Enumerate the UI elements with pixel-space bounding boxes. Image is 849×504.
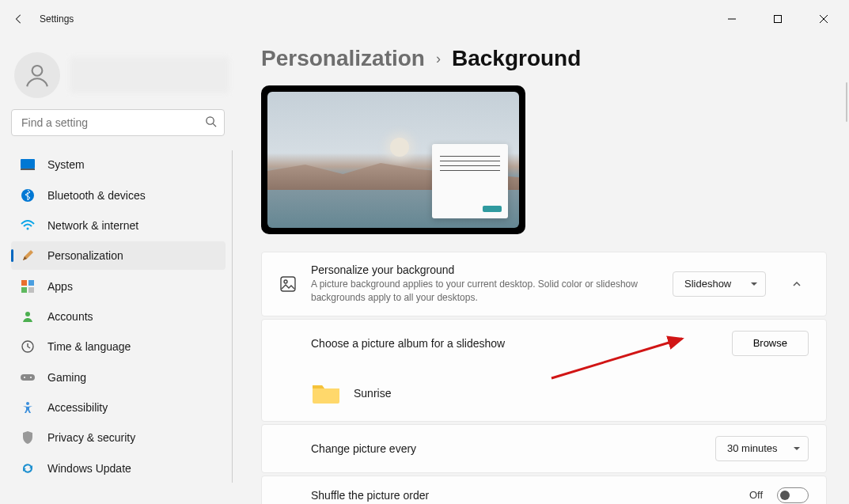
setting-change-interval: Change picture every 30 minutes	[261, 424, 827, 473]
page-title: Background	[452, 46, 581, 71]
shield-icon	[21, 430, 35, 445]
svg-rect-6	[21, 169, 35, 170]
sidebar-item-label: Personalization	[47, 249, 123, 262]
browse-button[interactable]: Browse	[732, 331, 809, 356]
bluetooth-icon	[21, 188, 35, 203]
toggle-state-label: Off	[749, 489, 763, 501]
close-button[interactable]	[808, 7, 840, 31]
svg-point-2	[32, 66, 43, 76]
apps-icon	[21, 279, 35, 294]
brush-icon	[21, 248, 35, 263]
sidebar-item-bluetooth[interactable]: Bluetooth & devices	[11, 180, 226, 209]
svg-point-16	[24, 377, 25, 378]
sidebar-item-label: Network & internet	[47, 219, 138, 232]
folder-icon	[311, 381, 341, 405]
scrollbar[interactable]	[846, 82, 847, 122]
svg-point-17	[30, 377, 32, 378]
svg-point-13	[25, 312, 30, 316]
sidebar-item-label: Bluetooth & devices	[47, 189, 146, 202]
window-title: Settings	[40, 13, 74, 25]
svg-point-18	[26, 402, 29, 405]
sidebar-item-privacy[interactable]: Privacy & security	[11, 423, 226, 452]
preview-window	[432, 144, 508, 218]
sidebar-item-label: Apps	[47, 280, 73, 293]
accessibility-icon	[21, 400, 35, 415]
setting-personalize-background[interactable]: Personalize your background A picture ba…	[261, 252, 827, 316]
dropdown-value: 30 minutes	[727, 442, 778, 454]
sidebar-item-label: Accounts	[47, 310, 93, 323]
setting-shuffle: Shuffle the picture order Off	[261, 476, 827, 504]
sidebar-item-apps[interactable]: Apps	[11, 271, 226, 300]
svg-point-3	[207, 117, 214, 124]
sidebar: System Bluetooth & devices Network & int…	[0, 38, 239, 504]
expand-button[interactable]	[785, 272, 809, 296]
sidebar-item-label: System	[47, 158, 85, 171]
maximize-button[interactable]	[762, 7, 794, 31]
breadcrumb-parent[interactable]: Personalization	[261, 46, 425, 71]
clock-icon	[21, 339, 35, 354]
setting-title: Choose a picture album for a slideshow	[311, 337, 718, 350]
svg-point-20	[284, 280, 287, 283]
breadcrumb: Personalization › Background	[261, 46, 827, 71]
sidebar-item-label: Accessibility	[47, 401, 108, 414]
setting-title: Shuffle the picture order	[311, 489, 735, 502]
minimize-button[interactable]	[716, 7, 748, 31]
user-name	[70, 57, 229, 93]
svg-rect-12	[28, 287, 34, 293]
sidebar-item-label: Time & language	[47, 340, 131, 353]
setting-title: Change picture every	[311, 442, 701, 455]
svg-rect-9	[21, 280, 27, 286]
search-icon	[205, 116, 217, 130]
avatar	[14, 52, 60, 98]
sidebar-item-gaming[interactable]: Gaming	[11, 363, 226, 392]
svg-line-4	[213, 123, 216, 127]
svg-rect-15	[21, 374, 35, 381]
background-type-dropdown[interactable]: Slideshow	[673, 271, 766, 297]
sidebar-item-label: Windows Update	[47, 462, 131, 475]
svg-point-8	[27, 227, 29, 229]
sidebar-item-accounts[interactable]: Accounts	[11, 302, 226, 331]
svg-rect-1	[775, 16, 782, 23]
album-folder-name[interactable]: Sunrise	[354, 387, 391, 400]
sidebar-item-network[interactable]: Network & internet	[11, 211, 226, 240]
desktop-preview	[261, 85, 525, 234]
svg-rect-19	[281, 277, 295, 291]
back-button[interactable]	[9, 9, 28, 28]
svg-rect-10	[28, 280, 34, 286]
preview-sun	[390, 138, 409, 157]
sidebar-item-time[interactable]: Time & language	[11, 332, 226, 361]
svg-rect-11	[21, 287, 27, 293]
person-icon	[21, 309, 35, 324]
setting-choose-album: Choose a picture album for a slideshow B…	[261, 319, 827, 422]
titlebar: Settings	[0, 0, 849, 38]
chevron-right-icon: ›	[436, 51, 441, 67]
nav-list: System Bluetooth & devices Network & int…	[11, 150, 233, 483]
dropdown-value: Slideshow	[684, 278, 731, 290]
wifi-icon	[21, 218, 35, 233]
system-icon	[21, 157, 35, 172]
picture-icon	[279, 276, 297, 292]
svg-rect-5	[21, 159, 35, 169]
interval-dropdown[interactable]: 30 minutes	[715, 436, 809, 461]
update-icon	[21, 461, 35, 476]
gaming-icon	[21, 370, 35, 385]
sidebar-item-personalization[interactable]: Personalization	[11, 241, 226, 270]
sidebar-item-label: Privacy & security	[47, 431, 135, 444]
user-account-row[interactable]	[11, 46, 233, 109]
sidebar-item-update[interactable]: Windows Update	[11, 454, 226, 483]
setting-title: Personalize your background	[311, 263, 658, 276]
search-input[interactable]	[11, 109, 225, 136]
sidebar-item-accessibility[interactable]: Accessibility	[11, 393, 226, 422]
setting-subtitle: A picture background applies to your cur…	[311, 278, 658, 305]
shuffle-toggle[interactable]	[777, 487, 809, 503]
sidebar-item-label: Gaming	[47, 371, 86, 384]
sidebar-item-system[interactable]: System	[11, 150, 226, 179]
content-area: Personalization › Background Personalize…	[239, 38, 849, 504]
